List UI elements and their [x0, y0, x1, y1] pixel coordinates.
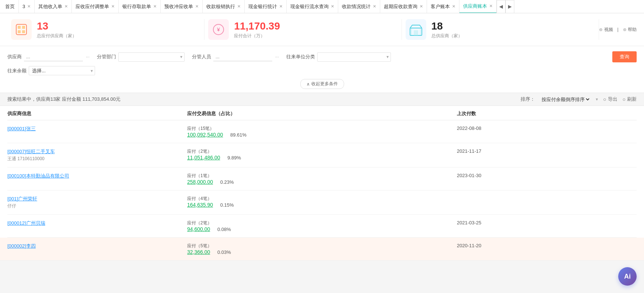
collapse-button[interactable]: ∧ 收起更多条件 — [300, 79, 344, 89]
nav-tab-customer-ledger[interactable]: 客户账本 ✕ — [427, 0, 459, 13]
payable-suppliers-icon — [11, 19, 32, 40]
refresh-button[interactable]: ○ 刷新 — [623, 96, 637, 103]
trans-label: 应付（2笔） — [187, 148, 457, 155]
trans-amount[interactable]: 11,051,486.00 — [187, 155, 220, 161]
nav-tab-adjustment[interactable]: 应收应付调整单 ✕ — [72, 0, 119, 13]
supplier-link[interactable]: [000100]本特勤油品有限公司 — [7, 173, 69, 179]
payable-suppliers-label: 总应付供应商（家） — [37, 33, 77, 39]
export-button[interactable]: ○ 导出 — [603, 96, 617, 103]
table-row-highlight: [000002]李四 应付（5笔） 32,366.00 0.03% 2020-1… — [0, 238, 644, 261]
payable-total-amount: 11,170.39 — [234, 20, 280, 32]
trans-amount[interactable]: 100,092,540.00 — [187, 132, 223, 138]
close-icon[interactable]: ✕ — [452, 4, 455, 9]
svg-rect-0 — [16, 24, 27, 35]
close-icon[interactable]: ✕ — [373, 4, 376, 9]
nav-tab-supplier-ledger[interactable]: 供应商账本 ✕ — [459, 0, 497, 13]
trans-pct: 0.15% — [220, 202, 234, 208]
balance-label: 往来余额 — [7, 68, 27, 74]
last-pay-date: 2023-01-30 — [457, 173, 482, 178]
nav-tab-3[interactable]: 3 ✕ — [19, 0, 35, 13]
payable-total-icon: ¥ — [208, 19, 229, 40]
nav-tab-bank[interactable]: 银行存取款单 ✕ — [119, 0, 161, 13]
supplier-link[interactable]: [000007]恒旺二手叉车 — [7, 149, 55, 154]
person-input[interactable] — [213, 52, 272, 61]
summary-card-payable-suppliers: 13 总应付供应商（家） — [7, 19, 204, 40]
sort-select[interactable]: 按应付余额倒序排序 — [540, 96, 591, 103]
summary-card-total-suppliers: 18 总供应商（家） — [402, 19, 599, 40]
table-header: 供应商信息 应付交易信息（占比） 上次付数 — [7, 106, 637, 120]
transaction-info: 应付（5笔） 32,366.00 0.03% — [187, 243, 457, 255]
top-navigation: 首页 3 ✕ 其他收入单 ✕ 应收应付调整单 ✕ 银行存取款单 ✕ 预收冲应收单… — [0, 0, 644, 13]
nav-tab-cash-stats[interactable]: 现金银行统计 ✕ — [245, 0, 287, 13]
dept-label: 分管部门 — [97, 54, 116, 60]
supplier-sub: 仔仔 — [7, 203, 187, 209]
trans-pct: 9.89% — [227, 155, 241, 161]
nav-tab-overdue[interactable]: 超期应收款查询 ✕ — [380, 0, 427, 13]
nav-tab-advance[interactable]: 预收冲应收单 ✕ — [161, 0, 203, 13]
close-icon[interactable]: ✕ — [420, 4, 423, 9]
query-button[interactable]: 查询 — [612, 51, 637, 62]
trans-amount[interactable]: 258,000.00 — [187, 179, 213, 185]
supplier-label: 供应商 — [7, 54, 22, 60]
video-link[interactable]: ⊙ 视频 — [599, 27, 613, 33]
close-icon[interactable]: ✕ — [489, 4, 493, 8]
col-header-transaction: 应付交易信息（占比） — [187, 110, 457, 117]
table-row: [000001]张三 应付（15笔） 100,092,540.00 89.61%… — [7, 120, 637, 143]
balance-select-wrapper: 选择... — [29, 66, 95, 75]
close-icon[interactable]: ✕ — [27, 4, 31, 9]
nav-tab-other-income[interactable]: 其他收入单 ✕ — [35, 0, 72, 13]
svg-rect-4 — [22, 30, 25, 33]
transaction-info: 应付（2笔） 11,051,486.00 9.89% — [187, 148, 457, 161]
supplier-link[interactable]: [000002]李四 — [7, 243, 36, 249]
trans-amount[interactable]: 94,600.00 — [187, 226, 210, 232]
nav-tab-collection-stats[interactable]: 收款情况统计 ✕ — [338, 0, 380, 13]
supplier-link[interactable]: [000012]广州贝瑞 — [7, 220, 45, 226]
nav-tab-cash-flow[interactable]: 现金银行流水查询 ✕ — [287, 0, 338, 13]
close-icon[interactable]: ✕ — [153, 4, 157, 9]
summary-bar: 13 总应付供应商（家） ¥ 11,170.39 应付合计（万） — [0, 13, 644, 46]
collapse-chevron-icon: ∧ — [307, 82, 310, 87]
trans-label: 应付（4笔） — [187, 196, 457, 202]
last-pay: 2020-11-20 — [457, 243, 637, 248]
trans-amount[interactable]: 32,366.00 — [187, 249, 210, 255]
close-icon[interactable]: ✕ — [64, 4, 68, 9]
payable-suppliers-count: 13 — [37, 20, 77, 32]
result-bar: 搜索结果中，供应商13家 应付金额 111,703,854.00元 排序： 按应… — [0, 93, 644, 106]
close-icon[interactable]: ✕ — [237, 4, 241, 9]
last-pay: 2022-08-08 — [457, 125, 637, 131]
supplier-link[interactable]: [000001]张三 — [7, 126, 36, 131]
total-suppliers-count: 18 — [431, 20, 462, 32]
supplier-input[interactable] — [24, 52, 83, 61]
supplier-link[interactable]: [001]广州荣轩 — [7, 196, 37, 201]
dept-select[interactable] — [118, 52, 185, 62]
trans-amount[interactable]: 164,635.90 — [187, 202, 213, 208]
transaction-info: 应付（2笔） 94,600.00 0.08% — [187, 220, 457, 232]
close-icon[interactable]: ✕ — [331, 4, 334, 9]
nav-prev-arrow[interactable]: ◀ — [497, 0, 505, 13]
help-link[interactable]: ⊙ 帮助 — [623, 27, 637, 33]
supplier-info: [000002]李四 — [7, 243, 187, 249]
col-header-supplier: 供应商信息 — [7, 110, 187, 117]
category-select[interactable] — [317, 52, 391, 62]
top-right-links: ⊙ 视频 | ⊙ 帮助 — [599, 27, 637, 33]
table-row: [000012]广州贝瑞 应付（2笔） 94,600.00 0.08% 2021… — [7, 215, 637, 238]
supplier-sub: 王通 17106110000 — [7, 156, 187, 162]
balance-filter: 往来余额 选择... — [7, 66, 95, 75]
transaction-info: 应付（1笔） 258,000.00 0.23% — [187, 173, 457, 185]
close-icon[interactable]: ✕ — [111, 4, 115, 9]
last-pay: 2021-03-25 — [457, 220, 637, 225]
last-pay-date: 2021-11-17 — [457, 148, 482, 154]
close-icon[interactable]: ✕ — [279, 4, 283, 9]
nav-tab-home[interactable]: 首页 — [1, 0, 19, 13]
trans-label: 应付（1笔） — [187, 173, 457, 179]
table-row: [000100]本特勤油品有限公司 应付（1笔） 258,000.00 0.23… — [7, 168, 637, 190]
close-icon[interactable]: ✕ — [195, 4, 199, 9]
balance-select[interactable]: 选择... — [29, 66, 95, 75]
filter-area: 供应商 ··· 分管部门 分管人员 ··· 往来单位分类 查询 — [0, 46, 644, 93]
nav-next-arrow[interactable]: ▶ — [505, 0, 514, 13]
nav-tab-collection[interactable]: 收款核销执行 ✕ — [203, 0, 245, 13]
last-pay-date: 2020-11-20 — [457, 243, 482, 248]
sort-chevron-icon: ▾ — [596, 97, 598, 102]
trans-pct: 0.08% — [217, 227, 231, 232]
payable-total-info: 11,170.39 应付合计（万） — [234, 20, 280, 39]
